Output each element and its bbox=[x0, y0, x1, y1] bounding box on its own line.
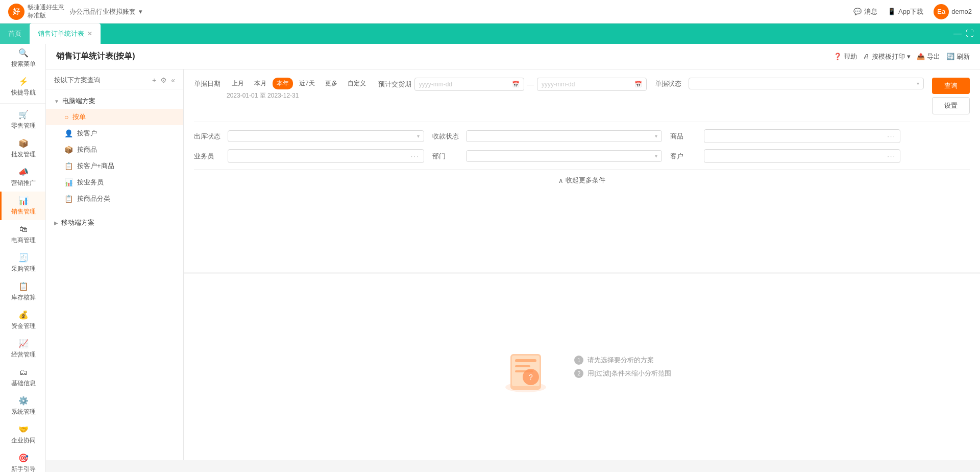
sidebar-item-ecommerce-mgmt[interactable]: 🛍 电商管理 bbox=[0, 220, 45, 249]
expected-delivery-end[interactable]: yyyy-mm-dd 📅 bbox=[537, 78, 647, 91]
tab-minimize-btn[interactable]: — bbox=[953, 29, 962, 38]
scheme-item-by-salesperson[interactable]: 📊 按业务员 bbox=[46, 174, 183, 191]
sidebar-item-wholesale-mgmt[interactable]: 📦 批发管理 bbox=[0, 134, 45, 163]
department-select[interactable]: ▾ bbox=[466, 150, 663, 162]
filter-row-3: 业务员 ··· 部门 ▾ bbox=[194, 149, 970, 163]
date-quick-btns: 上月 本月 本年 近7天 更多 自定义 bbox=[228, 78, 370, 89]
expected-start-placeholder: yyyy-mm-dd bbox=[419, 81, 452, 88]
scheme-by-product-icon: 📦 bbox=[64, 146, 73, 154]
sidebar-item-enterprise-collab[interactable]: 🤝 企业协同 bbox=[0, 420, 45, 449]
tab-home[interactable]: 首页 bbox=[0, 23, 30, 44]
query-btn[interactable]: 查询 bbox=[932, 78, 970, 94]
date-last-month-btn[interactable]: 上月 bbox=[228, 78, 248, 89]
mobile-group-expand-icon: ▶ bbox=[54, 220, 58, 226]
bill-date-section: 单据日期 上月 本月 本年 近7天 更多 自定义 2023 bbox=[194, 78, 370, 100]
scheme-group-desktop-header[interactable]: ▼ 电脑端方案 bbox=[46, 93, 183, 109]
date-last-7-days-btn[interactable]: 近7天 bbox=[295, 78, 319, 89]
customer-label: 客户 bbox=[670, 152, 701, 161]
sidebar-item-operations-mgmt[interactable]: 📈 经营管理 bbox=[0, 335, 45, 363]
page-title: 销售订单统计表(按单) bbox=[56, 51, 135, 62]
sys-mgmt-icon: ⚙️ bbox=[18, 396, 29, 406]
ship-status-select[interactable]: ▾ bbox=[228, 130, 424, 142]
export-btn[interactable]: 📤 导出 bbox=[917, 52, 940, 61]
date-more-btn[interactable]: 更多 bbox=[321, 78, 341, 89]
scheme-item-by-customer-product[interactable]: 📋 按客户+商品 bbox=[46, 158, 183, 174]
sidebar-item-sys-mgmt[interactable]: ⚙️ 系统管理 bbox=[0, 392, 45, 420]
hint-num-2: 2 bbox=[574, 369, 583, 378]
date-this-year-btn[interactable]: 本年 bbox=[273, 78, 293, 89]
app-download-btn[interactable]: 📱 App下载 bbox=[888, 7, 923, 16]
sidebar-item-search-menu[interactable]: 🔍 搜索菜单 bbox=[0, 44, 45, 73]
sidebar-item-sales-mgmt[interactable]: 📊 销售管理 bbox=[0, 192, 45, 220]
template-print-btn[interactable]: 🖨 按模板打印 ▾ bbox=[863, 52, 911, 61]
sidebar-item-retail-mgmt[interactable]: 🛒 零售管理 bbox=[0, 106, 45, 134]
refresh-btn[interactable]: 🔄 刷新 bbox=[946, 52, 970, 61]
scheme-by-order-icon: ○ bbox=[64, 113, 68, 121]
date-custom-btn[interactable]: 自定义 bbox=[344, 78, 370, 89]
scheme-item-by-product-category[interactable]: 📋 按商品分类 bbox=[46, 191, 183, 207]
scheme-item-by-product[interactable]: 📦 按商品 bbox=[46, 141, 183, 158]
salesperson-control[interactable]: ··· bbox=[228, 149, 424, 163]
left-panel-header: 按以下方案查询 + ⚙ « bbox=[46, 69, 183, 89]
user-menu[interactable]: Ea demo2 bbox=[934, 4, 972, 19]
tab-close-icon[interactable]: ✕ bbox=[87, 30, 92, 37]
scheme-item-by-customer[interactable]: 👤 按客户 bbox=[46, 125, 183, 141]
empty-hint-2: 2 用[过滤]条件来缩小分析范围 bbox=[574, 369, 671, 378]
product-label: 商品 bbox=[670, 132, 701, 141]
retail-mgmt-icon: 🛒 bbox=[18, 110, 29, 120]
salesperson-dots[interactable]: ··· bbox=[411, 152, 420, 160]
collapse-bar[interactable]: ∧ 收起更多条件 bbox=[194, 169, 970, 191]
department-label: 部门 bbox=[432, 152, 463, 161]
tab-sales-order-stats[interactable]: 销售订单统计表 ✕ bbox=[30, 23, 101, 44]
help-btn[interactable]: ❓ 帮助 bbox=[834, 52, 857, 61]
finance-mgmt-icon: 💰 bbox=[18, 310, 29, 320]
operations-mgmt-icon: 📈 bbox=[18, 339, 29, 348]
expected-delivery-start[interactable]: yyyy-mm-dd 📅 bbox=[414, 78, 524, 91]
app-download-icon: 📱 bbox=[888, 8, 896, 15]
sidebar-item-marketing[interactable]: 📣 营销推广 bbox=[0, 163, 45, 192]
purchase-mgmt-icon: 🧾 bbox=[18, 253, 29, 263]
marketing-icon: 📣 bbox=[18, 167, 29, 177]
print-dropdown-icon: ▾ bbox=[907, 53, 911, 60]
breadcrumb-arrow-icon[interactable]: ▾ bbox=[139, 8, 142, 15]
calendar-end-icon: 📅 bbox=[634, 81, 642, 88]
sidebar-item-finance-mgmt[interactable]: 💰 资金管理 bbox=[0, 306, 45, 335]
date-this-month-btn[interactable]: 本月 bbox=[250, 78, 271, 89]
empty-hints: 1 请先选择要分析的方案 2 用[过滤]条件来缩小分析范围 bbox=[574, 356, 671, 378]
message-icon: 💬 bbox=[853, 8, 862, 15]
scheme-item-by-order[interactable]: ○ 按单 bbox=[46, 109, 183, 125]
bill-status-section: 单据状态 ▾ bbox=[655, 78, 924, 89]
scheme-group-mobile-header[interactable]: ▶ 移动端方案 bbox=[46, 215, 183, 230]
add-scheme-btn[interactable]: + bbox=[152, 76, 156, 84]
scheme-group-mobile: ▶ 移动端方案 bbox=[46, 211, 183, 234]
ship-status-section: 出库状态 ▾ bbox=[194, 130, 424, 142]
sidebar-item-quick-nav[interactable]: ⚡ 快捷导航 bbox=[0, 73, 45, 101]
svg-rect-3 bbox=[515, 359, 536, 362]
sidebar-item-new-guide[interactable]: 🎯 新手引导 bbox=[0, 449, 45, 472]
top-bar: 好 畅捷通好生意 标准版 办公用品行业模拟账套 ▾ 💬 消息 📱 App下载 E… bbox=[0, 0, 980, 23]
bill-status-select[interactable]: ▾ bbox=[689, 78, 924, 89]
search-menu-icon: 🔍 bbox=[18, 48, 29, 58]
message-btn[interactable]: 💬 消息 bbox=[853, 7, 877, 16]
sidebar-sep-1 bbox=[0, 103, 45, 104]
sidebar-item-inventory[interactable]: 📋 库存核算 bbox=[0, 277, 45, 306]
top-bar-left: 好 畅捷通好生意 标准版 办公用品行业模拟账套 ▾ bbox=[8, 4, 142, 20]
sidebar-item-basic-info[interactable]: 🗂 基础信息 bbox=[0, 363, 45, 392]
department-section: 部门 ▾ bbox=[432, 150, 663, 162]
filter-row-2: 出库状态 ▾ 收款状态 ▾ bbox=[194, 129, 970, 143]
tab-bar: 首页 销售订单统计表 ✕ — ⛶ bbox=[0, 23, 980, 44]
customer-control[interactable]: ··· bbox=[704, 149, 900, 163]
tab-maximize-btn[interactable]: ⛶ bbox=[966, 29, 974, 38]
sidebar-item-purchase-mgmt[interactable]: 🧾 采购管理 bbox=[0, 249, 45, 277]
product-control[interactable]: ··· bbox=[704, 129, 900, 143]
panel-collapse-btn[interactable]: « bbox=[171, 76, 175, 84]
payment-status-select[interactable]: ▾ bbox=[466, 130, 663, 142]
tab-bar-actions: — ⛶ bbox=[953, 29, 980, 38]
ship-status-arrow-icon: ▾ bbox=[417, 133, 420, 139]
product-dots[interactable]: ··· bbox=[887, 132, 896, 140]
scheme-settings-btn[interactable]: ⚙ bbox=[160, 76, 167, 84]
logo-icon: 好 bbox=[8, 4, 24, 20]
quick-nav-icon: ⚡ bbox=[18, 77, 29, 86]
customer-dots[interactable]: ··· bbox=[887, 152, 896, 160]
settings-btn[interactable]: 设置 bbox=[932, 97, 970, 114]
